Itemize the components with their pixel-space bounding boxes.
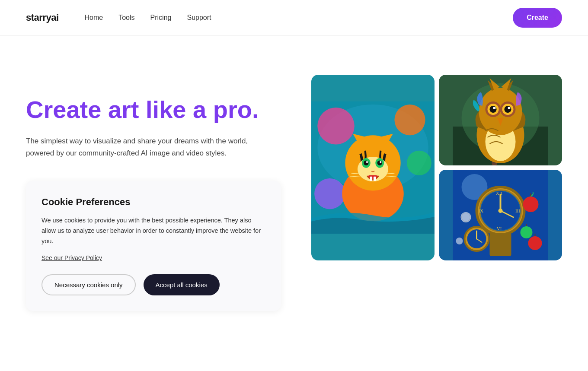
svg-text:XII: XII [496,190,503,196]
cookie-title: Cookie Preferences [42,197,265,208]
hero-section: Create art like a pro. The simplest way … [0,36,588,337]
accept-all-cookies-button[interactable]: Accept all cookies [144,274,220,295]
hero-title: Create art like a pro. [26,96,285,123]
hero-subtitle: The simplest way to visualize and share … [26,135,251,159]
nav-pricing[interactable]: Pricing [150,14,172,22]
svg-text:III: III [515,208,520,213]
svg-point-5 [314,178,345,209]
svg-point-66 [528,236,542,250]
nav-home[interactable]: Home [85,14,103,22]
svg-text:IX: IX [479,208,484,213]
svg-point-10 [364,161,368,165]
create-button[interactable]: Create [513,8,562,28]
svg-point-41 [508,107,511,109]
logo[interactable]: starryai [26,12,59,23]
hero-image-tiger [311,75,435,260]
svg-point-4 [407,151,431,175]
logo-text: starryai [26,12,59,23]
svg-rect-16 [374,177,376,181]
cookie-description: We use cookies to provide you with the b… [42,216,265,247]
cookie-modal: Cookie Preferences We use cookies to pro… [26,181,281,311]
svg-point-40 [505,106,511,113]
svg-text:VI: VI [497,226,502,231]
nav-support[interactable]: Support [187,14,211,22]
svg-point-37 [493,107,496,109]
svg-point-13 [377,161,382,165]
hero-image-owl [439,75,562,165]
svg-point-57 [499,209,503,213]
svg-point-68 [461,212,471,222]
svg-point-11 [366,161,368,163]
svg-point-14 [380,161,381,163]
svg-point-3 [394,105,425,135]
nav-links: Home Tools Pricing Support [85,14,513,22]
nav-tools[interactable]: Tools [118,14,134,22]
svg-rect-15 [370,177,372,181]
navbar: starryai Home Tools Pricing Support Crea… [0,0,588,36]
svg-point-62 [523,197,539,212]
privacy-policy-link[interactable]: See our Privacy Policy [42,254,102,261]
svg-point-64 [521,226,533,238]
svg-point-2 [317,108,355,145]
nav-right: Create [513,8,562,28]
necessary-cookies-button[interactable]: Necessary cookies only [42,274,136,295]
svg-point-36 [490,106,497,113]
hero-left: Create art like a pro. The simplest way … [26,70,285,311]
svg-point-70 [456,238,463,244]
cookie-buttons: Necessary cookies only Accept all cookie… [42,274,265,295]
hero-images: XII III VI IX [311,70,562,260]
hero-image-clock: XII III VI IX [439,170,562,260]
